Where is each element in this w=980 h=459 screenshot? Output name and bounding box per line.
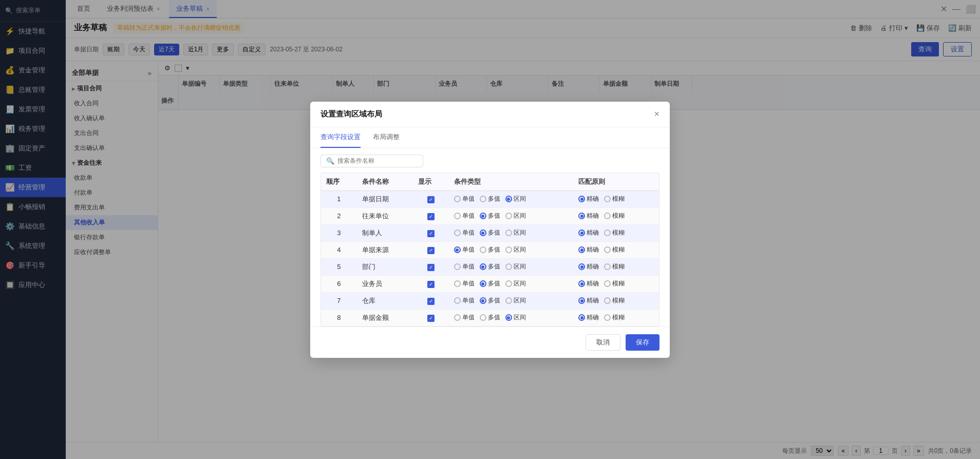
radio-range[interactable]: 区间 [505,195,526,203]
dialog-footer: 取消 保存 [310,327,670,358]
radio-circle-icon [578,246,585,253]
radio-single[interactable]: 单值 [454,279,475,288]
checkbox-icon[interactable] [427,247,435,254]
row-condition-name: 业务员 [357,275,413,292]
radio-single[interactable]: 单值 [454,228,475,237]
row-display-checkbox[interactable] [413,309,449,326]
search-icon: 🔍 [326,157,334,165]
radio-range[interactable]: 区间 [505,296,526,305]
radio-multi[interactable]: 多值 [480,228,500,237]
radio-circle-icon [604,230,611,236]
radio-circle-icon [578,196,585,202]
radio-circle-icon [578,263,585,270]
row-display-checkbox[interactable] [413,190,449,207]
checkbox-icon[interactable] [427,315,435,322]
radio-match-exact[interactable]: 精确 [578,296,599,305]
cancel-button[interactable]: 取消 [586,334,620,351]
radio-label: 区间 [514,195,526,203]
radio-single[interactable]: 单值 [454,212,475,220]
radio-label: 精确 [587,228,599,237]
radio-match-exact[interactable]: 精确 [578,195,599,203]
radio-range[interactable]: 区间 [505,262,526,271]
radio-match-fuzzy[interactable]: 模糊 [604,262,625,271]
radio-circle-icon [604,297,611,304]
radio-circle-icon [505,314,512,321]
radio-match-fuzzy[interactable]: 模糊 [604,228,625,237]
row-condition-type: 单值多值区间 [449,224,574,241]
radio-circle-icon [604,246,611,253]
radio-range[interactable]: 区间 [505,313,526,322]
radio-match-exact[interactable]: 精确 [578,245,599,254]
row-order: 3 [321,224,357,241]
radio-label: 多值 [488,228,500,237]
radio-multi[interactable]: 多值 [480,245,500,254]
radio-circle-icon [454,263,461,270]
dialog-tab-layout[interactable]: 布局调整 [373,127,400,148]
radio-match-fuzzy[interactable]: 模糊 [604,313,625,322]
row-condition-type: 单值多值区间 [449,207,574,224]
radio-label: 单值 [462,313,475,322]
row-display-checkbox[interactable] [413,224,449,241]
radio-range[interactable]: 区间 [505,245,526,254]
radio-match-exact[interactable]: 精确 [578,313,599,322]
checkbox-icon[interactable] [427,213,435,220]
radio-circle-icon [505,246,512,253]
radio-range[interactable]: 区间 [505,212,526,220]
radio-circle-icon [604,280,611,287]
dialog-search-input[interactable] [337,157,414,164]
radio-single[interactable]: 单值 [454,296,475,305]
radio-circle-icon [578,297,585,304]
radio-match-fuzzy[interactable]: 模糊 [604,195,625,203]
radio-range[interactable]: 区间 [505,228,526,237]
radio-single[interactable]: 单值 [454,313,475,322]
radio-multi[interactable]: 多值 [480,212,500,220]
save-button[interactable]: 保存 [626,334,659,351]
radio-circle-icon [454,196,461,202]
radio-multi[interactable]: 多值 [480,279,500,288]
radio-multi[interactable]: 多值 [480,262,500,271]
radio-multi[interactable]: 多值 [480,313,500,322]
dialog-tab-field-settings[interactable]: 查询字段设置 [321,127,361,148]
row-order: 2 [321,207,357,224]
radio-match-exact[interactable]: 精确 [578,279,599,288]
radio-label: 精确 [587,296,599,305]
radio-label: 区间 [514,279,526,288]
row-match-rule: 精确模糊 [573,190,659,207]
radio-match-exact[interactable]: 精确 [578,212,599,220]
radio-single[interactable]: 单值 [454,262,475,271]
row-condition-type: 单值多值区间 [449,292,574,309]
radio-circle-icon [480,213,486,219]
radio-match-exact[interactable]: 精确 [578,228,599,237]
row-display-checkbox[interactable] [413,275,449,292]
radio-single[interactable]: 单值 [454,195,475,203]
dialog-tab-field-label: 查询字段设置 [321,133,361,141]
radio-single[interactable]: 单值 [454,245,475,254]
checkbox-icon[interactable] [427,281,435,288]
row-condition-name: 单据日期 [357,190,413,207]
th-order: 顺序 [321,173,357,191]
radio-match-fuzzy[interactable]: 模糊 [604,245,625,254]
checkbox-icon[interactable] [427,196,435,203]
radio-label: 单值 [462,245,475,254]
row-match-rule: 精确模糊 [573,309,659,326]
row-condition-type: 单值多值区间 [449,275,574,292]
radio-circle-icon [480,230,486,236]
radio-match-fuzzy[interactable]: 模糊 [604,296,625,305]
row-display-checkbox[interactable] [413,258,449,275]
radio-multi[interactable]: 多值 [480,296,500,305]
radio-match-fuzzy[interactable]: 模糊 [604,279,625,288]
row-display-checkbox[interactable] [413,292,449,309]
dialog-close-btn[interactable]: × [654,109,659,120]
radio-match-fuzzy[interactable]: 模糊 [604,212,625,220]
row-display-checkbox[interactable] [413,241,449,258]
checkbox-icon[interactable] [427,230,435,237]
radio-circle-icon [505,280,512,287]
checkbox-icon[interactable] [427,298,435,305]
radio-circle-icon [480,246,486,253]
radio-range[interactable]: 区间 [505,279,526,288]
radio-multi[interactable]: 多值 [480,195,500,203]
row-match-rule: 精确模糊 [573,292,659,309]
row-display-checkbox[interactable] [413,207,449,224]
checkbox-icon[interactable] [427,264,435,271]
radio-match-exact[interactable]: 精确 [578,262,599,271]
